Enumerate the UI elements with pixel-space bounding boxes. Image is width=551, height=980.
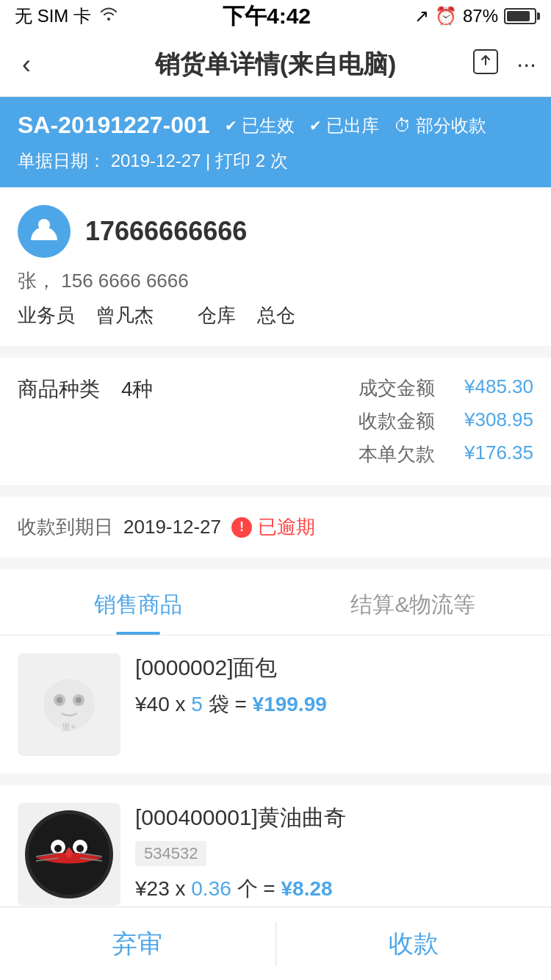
status-effective-text: 已生效	[242, 114, 295, 137]
overdue-icon: !	[231, 517, 252, 538]
date-label: 单据日期：	[18, 151, 106, 170]
overdue-badge: ! 已逾期	[231, 514, 315, 540]
check-icon: ✔	[225, 117, 237, 134]
back-button[interactable]: ‹	[15, 42, 38, 87]
product-info-cookie: [000400001]黄油曲奇 534532 ¥23 x 0.36 个 = ¥8…	[135, 803, 533, 903]
collected-value: ¥308.95	[464, 408, 533, 434]
debt-value: ¥176.35	[464, 442, 533, 467]
battery-icon	[504, 8, 536, 24]
header-banner: SA-20191227-001 ✔ 已生效 ✔ 已出库 ⏱ 部分收款 单据日期：…	[0, 97, 551, 187]
svg-point-13	[76, 845, 84, 852]
amount-info: 成交金额 ¥485.30 收款金额 ¥308.95 本单欠款 ¥176.35	[359, 375, 533, 467]
deal-amount-row: 成交金额 ¥485.30	[359, 375, 533, 401]
product-name-bread: [0000002]面包	[135, 653, 533, 683]
status-partial: ⏱ 部分收款	[394, 114, 486, 137]
order-date-info: 单据日期： 2019-12-27 | 打印 2 次	[18, 149, 533, 173]
qty-cookie: 0.36	[191, 877, 231, 900]
svg-text:里+: 里+	[62, 722, 76, 732]
status-effective: ✔ 已生效	[225, 114, 295, 137]
tab-settlement-label: 结算&物流等	[350, 592, 475, 616]
qty-bread: 5	[191, 693, 203, 716]
category-info: 商品种类 4种	[18, 375, 153, 403]
salesman-row: 业务员 曾凡杰	[18, 303, 154, 328]
total-bread: ¥199.99	[253, 693, 327, 716]
bottom-bar: 弃审 收款	[0, 907, 551, 980]
stats-section: 商品种类 4种 成交金额 ¥485.30 收款金额 ¥308.95 本单欠款 ¥…	[0, 358, 551, 485]
share-button[interactable]	[472, 48, 499, 81]
time-text: 下午4:42	[223, 1, 311, 32]
due-date-label: 收款到期日	[18, 514, 113, 540]
tabs-section: 销售商品 结算&物流等	[0, 569, 551, 635]
status-bar-right: ↗ ⏰ 87%	[414, 6, 536, 26]
product-image-bread: 里+	[18, 653, 120, 756]
product-item: 里+ [0000002]面包 ¥40 x 5 袋 = ¥199.99	[0, 635, 551, 774]
price-unit-cookie: ¥23	[135, 877, 170, 900]
customer-phone2: 156 6666 6666	[61, 270, 189, 292]
svg-point-5	[57, 697, 62, 703]
warehouse-row: 仓库 总仓	[198, 303, 295, 328]
carrier-text: 无 SIM 卡	[15, 4, 91, 28]
salesman-value: 曾凡杰	[96, 304, 154, 326]
order-date: 2019-12-27	[111, 151, 201, 170]
tab-settlement[interactable]: 结算&物流等	[276, 569, 551, 635]
product-image-cookie	[18, 803, 120, 906]
debt-amount-row: 本单欠款 ¥176.35	[359, 442, 533, 467]
product-name-cookie: [000400001]黄油曲奇	[135, 803, 533, 833]
product-badge-cookie: 534532	[135, 841, 206, 866]
product-price-cookie: ¥23 x 0.36 个 = ¥8.28	[135, 875, 533, 903]
price-unit-bread: ¥40	[135, 693, 170, 716]
avatar	[18, 205, 71, 258]
clock-icon: ⏱	[394, 115, 411, 136]
customer-name-phone: 张， 156 6666 6666	[18, 268, 533, 294]
product-info-bread: [0000002]面包 ¥40 x 5 袋 = ¥199.99	[135, 653, 533, 718]
more-button[interactable]: ···	[516, 51, 536, 78]
deal-value: ¥485.30	[464, 375, 533, 401]
deal-label: 成交金额	[359, 375, 435, 401]
nav-bar: ‹ 销货单详情(来自电脑) ···	[0, 32, 551, 97]
product-item-cookie: [000400001]黄油曲奇 534532 ¥23 x 0.36 个 = ¥8…	[0, 785, 551, 923]
total-cookie: ¥8.28	[281, 877, 332, 900]
reject-button[interactable]: 弃审	[0, 907, 276, 980]
status-partial-text: 部分收款	[416, 114, 486, 137]
location-icon: ↗	[414, 6, 429, 26]
svg-point-6	[76, 697, 82, 703]
debt-label: 本单欠款	[359, 442, 435, 467]
status-bar-left: 无 SIM 卡	[15, 4, 119, 28]
category-count: 4种	[121, 378, 154, 400]
product-price-bread: ¥40 x 5 袋 = ¥199.99	[135, 691, 533, 718]
warehouse-value: 总仓	[257, 304, 295, 326]
tab-sales-products-label: 销售商品	[94, 592, 182, 616]
customer-meta: 业务员 曾凡杰 仓库 总仓	[18, 303, 533, 328]
unit-cookie: 个	[237, 877, 258, 900]
check-icon-2: ✔	[309, 117, 322, 134]
customer-phone: 17666666666	[85, 216, 247, 247]
order-id: SA-20191227-001	[18, 112, 210, 139]
tab-sales-products[interactable]: 销售商品	[0, 569, 276, 635]
cookie-image	[21, 807, 117, 902]
warehouse-label: 仓库	[198, 304, 236, 326]
svg-point-12	[54, 845, 62, 852]
collected-amount-row: 收款金额 ¥308.95	[359, 408, 533, 434]
unit-bread: 袋	[209, 693, 229, 716]
bread-image-placeholder: 里+	[32, 668, 106, 741]
status-bar: 无 SIM 卡 下午4:42 ↗ ⏰ 87%	[0, 0, 551, 32]
battery-text: 87%	[463, 6, 498, 26]
customer-section: 17666666666 张， 156 6666 6666 业务员 曾凡杰 仓库 …	[0, 187, 551, 346]
alarm-icon: ⏰	[435, 6, 457, 26]
print-info: | 打印 2 次	[206, 151, 288, 170]
overdue-text: 已逾期	[258, 514, 315, 540]
customer-name-text: 张，	[18, 270, 56, 292]
collected-label: 收款金额	[359, 408, 435, 434]
wifi-icon	[98, 6, 119, 26]
due-date-value: 2019-12-27	[123, 516, 221, 538]
category-label: 商品种类	[18, 378, 100, 400]
status-shipped: ✔ 已出库	[309, 114, 379, 137]
status-shipped-text: 已出库	[326, 114, 379, 137]
salesman-label: 业务员	[18, 304, 75, 326]
collect-button[interactable]: 收款	[276, 907, 552, 980]
due-date-section: 收款到期日 2019-12-27 ! 已逾期	[0, 497, 551, 558]
page-title: 销货单详情(来自电脑)	[155, 48, 397, 82]
user-icon	[28, 212, 60, 251]
nav-actions: ···	[472, 48, 536, 81]
